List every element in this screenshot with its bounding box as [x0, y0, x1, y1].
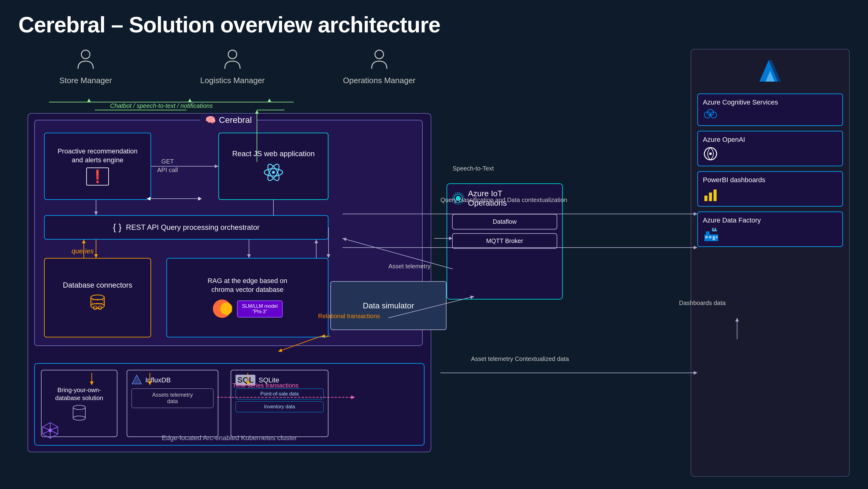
kubernetes-icon	[41, 422, 59, 439]
svg-rect-60	[705, 236, 708, 238]
chroma-icon	[212, 299, 232, 319]
cylinder-icon	[71, 404, 87, 421]
adf-icon-row	[703, 227, 837, 242]
page-title: Cerebral – Solution overview architectur…	[0, 0, 868, 43]
logistics-manager-label: Logistics Manager	[200, 76, 265, 85]
right-panel: Azure Cognitive Services Azure OpenAI	[691, 49, 850, 477]
cognitive-services-title: Azure Cognitive Services	[703, 98, 837, 106]
svg-line-38	[42, 431, 48, 434]
chatbot-bar: ▲ ▲ ▲ Chatbot / speech-to-text / notific…	[43, 96, 300, 110]
mqtt-box: MQTT Broker	[452, 233, 557, 249]
influx-name: InfluxDB	[145, 376, 170, 384]
edge-cluster-box: Bring-your-own- database solution Influx…	[34, 363, 425, 446]
phi-badge: SLM/LLM model "Phi-3"	[237, 300, 283, 318]
powerbi-box: PowerBI dashboards	[698, 171, 843, 206]
person-icon-logistics	[223, 49, 242, 73]
azure-logo-area	[698, 56, 843, 88]
powerbi-title: PowerBI dashboards	[703, 176, 837, 184]
svg-line-39	[42, 427, 48, 429]
persons-row: Store Manager Logistics Manager Operatio…	[43, 49, 422, 85]
time-series-label: Time series transactions	[232, 382, 299, 389]
svg-point-49	[709, 114, 712, 116]
restapi-label: REST API Query processing orchestrator	[126, 223, 260, 232]
data-simulator-box: Data simulator	[330, 281, 446, 330]
svg-point-6	[272, 171, 275, 174]
svg-line-36	[52, 431, 58, 434]
reactjs-label: React JS web application	[232, 150, 314, 158]
influx-box: InfluxDB Assets telemetry data	[127, 370, 218, 437]
person-icon-store	[76, 49, 95, 73]
chatbot-label: Chatbot / speech-to-text / notifications	[110, 102, 213, 109]
influx-icon	[131, 375, 142, 385]
svg-point-33	[48, 428, 52, 432]
sqlite-box: SQL SQLite Point-of-sale data Inventory …	[230, 370, 329, 437]
svg-rect-63	[716, 236, 717, 238]
person-operations-manager: Operations Manager	[336, 49, 422, 85]
openai-icon	[703, 146, 718, 161]
restapi-box: { } REST API Query processing orchestrat…	[44, 215, 329, 239]
asset-context-label: Asset telemetry Contextualized data	[471, 355, 569, 363]
diagram-area: Store Manager Logistics Manager Operatio…	[18, 49, 850, 477]
svg-rect-57	[712, 228, 714, 230]
proactive-recommendation-box: Proactive recommendation and alerts engi…	[44, 133, 151, 200]
rag-label: RAG at the edge based on chroma vector d…	[208, 276, 287, 294]
dashboards-data-label: Dashboards data	[679, 299, 725, 306]
svg-point-17	[220, 302, 232, 315]
store-manager-label: Store Manager	[59, 76, 112, 85]
svg-rect-53	[714, 190, 717, 201]
adf-icon	[703, 227, 720, 242]
get-api-label: GET API call	[157, 157, 178, 174]
adf-title: Azure Data Factory	[703, 217, 837, 224]
k8s-label: Edge-located Arc-enabled Kubernetes clus…	[162, 434, 297, 442]
powerbi-icon	[703, 187, 718, 202]
svg-point-1	[228, 50, 237, 59]
svg-rect-52	[709, 193, 712, 201]
brain-icon: 🧠	[205, 115, 216, 125]
person-store-manager: Store Manager	[43, 49, 128, 85]
dataflow-box: Dataflow	[452, 214, 557, 230]
reactjs-box: React JS web application	[218, 133, 329, 200]
svg-rect-55	[706, 231, 710, 235]
svg-rect-59	[714, 228, 716, 230]
operations-manager-label: Operations Manager	[343, 76, 415, 85]
svg-point-27	[73, 416, 85, 420]
speech-to-text-label: Speech-to-Text	[453, 165, 494, 172]
datasim-label: Data simulator	[363, 301, 414, 311]
powerbi-icon-row	[703, 187, 837, 202]
proactive-label: Proactive recommendation and alerts engi…	[58, 147, 137, 164]
adf-box: Azure Data Factory	[698, 211, 843, 247]
sqlite-inv: Inventory data	[236, 401, 323, 412]
react-icon	[263, 162, 284, 183]
rel-trans-label: Relational transactions	[318, 312, 380, 320]
queries-label: queries	[71, 247, 94, 255]
svg-point-26	[73, 405, 85, 410]
cognitive-services-box: Azure Cognitive Services	[698, 94, 843, 126]
dbconn-label: Database connectors	[63, 281, 132, 289]
sqlite-pos: Point-of-sale data	[236, 388, 323, 399]
svg-point-2	[375, 50, 383, 59]
svg-line-35	[52, 427, 58, 429]
openai-title: Azure OpenAI	[703, 136, 837, 144]
svg-point-50	[709, 153, 712, 155]
brace-icon: { }	[113, 222, 121, 233]
asset-telemetry-label: Asset telemetry	[389, 263, 431, 270]
openai-box: Azure OpenAI	[698, 131, 843, 166]
svg-rect-51	[704, 196, 707, 201]
k8s-icon-area	[41, 422, 59, 440]
byod-label: Bring-your-own- database solution	[55, 386, 103, 402]
azure-a-logo	[755, 56, 785, 86]
influx-header: InfluxDB	[131, 375, 214, 385]
rag-box: RAG at the edge based on chroma vector d…	[166, 258, 329, 337]
svg-rect-62	[713, 236, 715, 240]
cog-service-icons	[703, 109, 837, 121]
svg-rect-61	[709, 236, 711, 238]
query-class-label: Query classification and Data contextual…	[440, 196, 567, 204]
person-icon-operations	[370, 49, 389, 73]
rag-icons: SLM/LLM model "Phi-3"	[212, 299, 283, 319]
person-logistics-manager: Logistics Manager	[190, 49, 275, 85]
database-connectors-box: Database connectors	[44, 258, 151, 337]
svg-rect-8	[91, 297, 104, 306]
db-svg-icon	[88, 293, 107, 312]
database-icon	[88, 293, 107, 315]
cognitive-icon	[703, 109, 718, 121]
